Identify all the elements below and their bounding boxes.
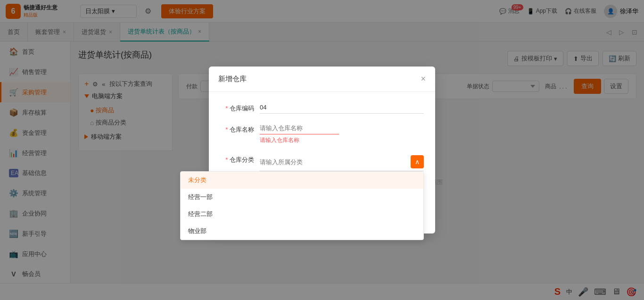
form-row-name: 仓库名称 请输入仓库名称 [220, 122, 424, 144]
category-label: 仓库分类 [220, 153, 254, 164]
dropdown-item-dept2[interactable]: 经营二部 [181, 206, 423, 223]
modal-close-button[interactable]: × [421, 74, 426, 84]
dropdown-item-property[interactable]: 物业部 [181, 223, 423, 240]
warehouse-code-input[interactable] [260, 101, 424, 114]
name-error-message: 请输入仓库名称 [260, 137, 299, 143]
modal-header: 新增仓库 × [209, 67, 435, 92]
modal-overlay: 新增仓库 × 仓库编码 仓库名称 请输入仓库名称 仓库分类 [0, 0, 644, 300]
category-input[interactable] [260, 158, 411, 166]
category-dropdown: 未分类 经营一部 经营二部 物业部 [180, 171, 424, 240]
name-label: 仓库名称 [220, 123, 254, 134]
new-warehouse-modal: 新增仓库 × 仓库编码 仓库名称 请输入仓库名称 仓库分类 [209, 67, 435, 233]
modal-title: 新增仓库 [218, 75, 247, 83]
code-label: 仓库编码 [220, 101, 254, 113]
form-row-category: 仓库分类 ∧ 未分类 经营一部 经营二部 物业部 [220, 153, 424, 171]
dropdown-item-dept1[interactable]: 经营一部 [181, 189, 423, 206]
category-selector: ∧ [260, 153, 424, 171]
category-toggle-button[interactable]: ∧ [411, 155, 424, 168]
form-row-code: 仓库编码 [220, 101, 424, 114]
modal-body: 仓库编码 仓库名称 请输入仓库名称 仓库分类 ∧ [209, 92, 435, 192]
dropdown-item-uncategorized[interactable]: 未分类 [181, 172, 423, 189]
warehouse-name-input[interactable] [260, 122, 339, 134]
